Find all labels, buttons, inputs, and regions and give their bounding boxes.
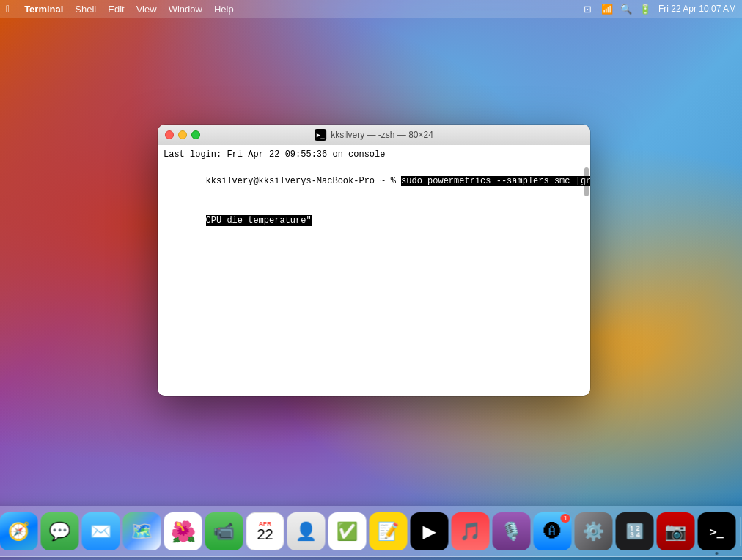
dock-icon-facetime[interactable]: 📹	[205, 512, 243, 550]
dock-icon-reminders[interactable]: ✅	[328, 512, 367, 550]
wifi-icon[interactable]: 📶	[601, 3, 613, 15]
menubar-datetime[interactable]: Fri 22 Apr 10:07 AM	[658, 4, 736, 14]
terminal-title: ▶_ kksilvery — -zsh — 80×24	[315, 129, 433, 141]
dock-icon-systemprefs[interactable]: ⚙️	[575, 512, 613, 550]
terminal-command-line: kksilvery@kksilverys-MacBook-Pro ~ % sud…	[164, 161, 584, 201]
dock-icon-photos[interactable]: 🌺	[164, 512, 202, 550]
terminal-last-login: Last login: Fri Apr 22 09:55:36 on conso…	[164, 148, 584, 161]
menubar-app-name[interactable]: Terminal	[24, 4, 63, 15]
search-icon[interactable]: 🔍	[620, 3, 632, 15]
terminal-running-indicator	[716, 552, 719, 555]
dock-icon-terminal[interactable]: >_	[698, 512, 736, 550]
dock-icon-calendar[interactable]: APR 22	[246, 512, 284, 550]
terminal-window: ▶_ kksilvery — -zsh — 80×24 Last login: …	[158, 125, 590, 396]
apple-menu[interactable]: 	[6, 3, 10, 15]
desktop:  Terminal Shell Edit View Window Help ⊡…	[0, 0, 742, 560]
screen-share-icon[interactable]: ⊡	[582, 3, 594, 15]
dock-icon-mail[interactable]: ✉️	[82, 512, 120, 550]
battery-icon[interactable]: 🔋	[639, 3, 651, 15]
dock-separator	[741, 517, 741, 546]
menubar-shell[interactable]: Shell	[75, 4, 96, 15]
dock-icon-calculator[interactable]: 🔢	[616, 512, 654, 550]
close-button[interactable]	[165, 130, 174, 139]
menubar-right: ⊡ 📶 🔍 🔋 Fri 22 Apr 10:07 AM	[582, 3, 736, 15]
dock-icon-appletv[interactable]: ▶	[411, 512, 449, 550]
dock-icon-safari[interactable]: 🧭	[0, 512, 38, 550]
menubar-edit[interactable]: Edit	[108, 4, 124, 15]
terminal-title-text: kksilvery — -zsh — 80×24	[331, 130, 433, 140]
dock-icon-appstore[interactable]: 🅐 1	[534, 512, 572, 550]
terminal-command: sudo powermetrics --samplers smc |grep -…	[401, 176, 590, 186]
maximize-button[interactable]	[191, 130, 200, 139]
dock-icon-messages[interactable]: 💬	[41, 512, 79, 550]
menubar-help[interactable]: Help	[214, 4, 234, 15]
terminal-command-2: CPU die temperature"	[206, 215, 312, 226]
terminal-command-line-2: CPU die temperature"	[164, 201, 584, 240]
menubar-left:  Terminal Shell Edit View Window Help	[6, 3, 234, 15]
terminal-body[interactable]: Last login: Fri Apr 22 09:55:36 on conso…	[158, 145, 590, 396]
dock-icon-music[interactable]: 🎵	[452, 512, 490, 550]
dock: 🌀 ⊞ 🧭 💬 ✉️ 🗺️ 🌺 📹 A	[0, 506, 742, 557]
terminal-prompt: kksilvery@kksilverys-MacBook-Pro ~ %	[206, 176, 401, 186]
terminal-titlebar: ▶_ kksilvery — -zsh — 80×24	[158, 125, 590, 145]
menubar:  Terminal Shell Edit View Window Help ⊡…	[0, 0, 742, 18]
dock-icon-notes[interactable]: 📝	[370, 512, 408, 550]
minimize-button[interactable]	[178, 130, 187, 139]
calendar-date: 22	[257, 527, 273, 542]
traffic-lights	[165, 130, 200, 139]
terminal-app-icon: ▶_	[315, 129, 326, 141]
dock-icon-photobooth[interactable]: 📷	[657, 512, 695, 550]
appstore-badge: 1	[560, 514, 570, 523]
menubar-view[interactable]: View	[136, 4, 157, 15]
menubar-window[interactable]: Window	[169, 4, 202, 15]
scrollbar[interactable]	[584, 167, 589, 196]
dock-icon-podcasts[interactable]: 🎙️	[493, 512, 531, 550]
dock-icon-maps[interactable]: 🗺️	[123, 512, 161, 550]
dock-icon-contacts[interactable]: 👤	[287, 512, 326, 550]
